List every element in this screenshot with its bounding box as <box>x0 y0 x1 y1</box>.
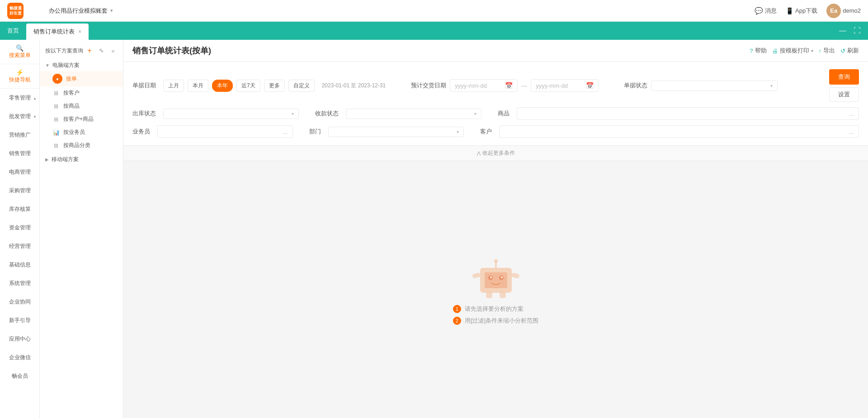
message-btn[interactable]: 💬 消息 <box>755 7 777 15</box>
scheme-by-category-label: 按商品分类 <box>63 142 90 149</box>
svg-rect-9 <box>511 272 520 279</box>
app-download-btn[interactable]: 📱 App下载 <box>786 7 817 15</box>
date-button-group: 上月 本月 本年 近7天 更多 自定义 <box>163 80 315 92</box>
left-panel: 按以下方案查询 + ✎ « ▼ 电脑端方案 ● 按单 ⊞ 按客户 <box>40 40 123 418</box>
date-last7-btn[interactable]: 近7天 <box>236 80 260 92</box>
date-prev-month-btn[interactable]: 上月 <box>163 80 184 92</box>
refresh-btn[interactable]: ↺ 刷新 <box>840 47 859 55</box>
pc-schemes-section: ▼ 电脑端方案 ● 按单 ⊞ 按客户 ⊞ 按商品 ⊞ <box>40 60 123 152</box>
sidebar-item-system[interactable]: 系统管理 <box>0 274 39 293</box>
sidebar-quick-nav-label: 快捷导航 <box>9 76 31 83</box>
hint-2-num: 2 <box>453 317 461 325</box>
tab-minimize-btn[interactable]: — <box>837 25 848 37</box>
salesperson-input[interactable]: ... <box>157 125 293 138</box>
date-to-placeholder: yyyy-mm-dd <box>536 82 586 89</box>
sidebar-item-member[interactable]: 畅会员 <box>0 367 39 385</box>
app-title: 办公用品行业模拟账套 <box>49 7 108 15</box>
date-this-month-btn[interactable]: 本月 <box>188 80 208 92</box>
export-btn[interactable]: ↑ 导出 <box>819 47 835 55</box>
scheme-by-order-label: 按单 <box>66 75 77 83</box>
date-more-btn[interactable]: 更多 <box>264 80 285 92</box>
sidebar-item-retail[interactable]: 零售管理 <box>0 89 39 107</box>
help-btn[interactable]: ? 帮助 <box>750 47 766 55</box>
edit-scheme-btn[interactable]: ✎ <box>97 46 106 55</box>
scheme-by-customer[interactable]: ⊞ 按客户 <box>40 86 123 100</box>
settings-btn[interactable]: 设置 <box>829 87 859 102</box>
sidebar-item-finance[interactable]: 资金管理 <box>0 218 39 237</box>
pc-section-title[interactable]: ▼ 电脑端方案 <box>40 60 123 71</box>
sidebar-item-wechat[interactable]: 企业微信 <box>0 348 39 367</box>
tab-sales-order[interactable]: 销售订单统计表 × <box>26 24 89 40</box>
order-status-arrow-icon: ▾ <box>770 83 773 88</box>
svg-point-5 <box>501 276 503 278</box>
scheme-by-salesperson-icon: 📊 <box>52 129 60 136</box>
sidebar-item-purchase[interactable]: 采购管理 <box>0 181 39 200</box>
scheme-by-order-icon: ● <box>56 76 59 81</box>
user-profile[interactable]: Ea demo2 <box>826 4 861 18</box>
ship-status-label: 出库状态 <box>132 109 156 118</box>
sidebar-item-ecommerce[interactable]: 电商管理 <box>0 163 39 181</box>
scheme-by-customer-icon: ⊞ <box>52 90 60 97</box>
sidebar-item-system-label: 系统管理 <box>9 280 31 287</box>
department-label: 部门 <box>309 128 321 136</box>
customer-dots-icon[interactable]: ... <box>849 128 854 135</box>
sidebar-item-apps[interactable]: 应用中心 <box>0 330 39 348</box>
top-right: 💬 消息 📱 App下载 Ea demo2 <box>755 4 861 18</box>
scheme-by-customer-product[interactable]: ⊞ 按客户+商品 <box>40 113 123 126</box>
scheme-by-customer-product-label: 按客户+商品 <box>63 115 94 123</box>
sidebar-item-finance-label: 资金管理 <box>9 224 31 232</box>
customer-input[interactable]: ... <box>499 125 859 138</box>
product-dots-icon[interactable]: ... <box>849 110 854 117</box>
sidebar-item-marketing[interactable]: 营销推广 <box>0 126 39 144</box>
product-input[interactable]: ... <box>517 107 859 120</box>
tab-actions: — ⛶ <box>837 25 868 37</box>
salesperson-dots-icon[interactable]: ... <box>283 128 288 135</box>
department-select[interactable]: ▾ <box>328 127 464 137</box>
sidebar: 🔍 搜索菜单 ⚡ 快捷导航 零售管理 批发管理 营销推广 销售管理 电商管理 采… <box>0 40 40 418</box>
sidebar-item-newbie[interactable]: 新手引导 <box>0 311 39 330</box>
customer-label: 客户 <box>480 128 492 136</box>
tab-home[interactable]: 首页 <box>0 22 26 40</box>
scheme-by-category[interactable]: ⊞ 按商品分类 <box>40 139 123 152</box>
sidebar-item-basic-label: 基础信息 <box>9 261 31 269</box>
top-bar: 畅捷通 好生意 办公用品行业模拟账套 ▾ 💬 消息 📱 App下载 Ea dem… <box>0 0 868 22</box>
app-selector[interactable]: 办公用品行业模拟账套 ▾ <box>49 7 113 15</box>
tab-close-icon[interactable]: × <box>78 28 81 35</box>
date-label: 单据日期 <box>132 81 156 90</box>
collapse-panel-btn[interactable]: « <box>108 46 118 55</box>
scheme-by-product[interactable]: ⊞ 按商品 <box>40 100 123 113</box>
mobile-section-title[interactable]: ▶ 移动端方案 <box>40 154 123 165</box>
order-status-select[interactable]: ▾ <box>651 81 778 91</box>
help-icon: ? <box>750 48 753 54</box>
sidebar-item-basic[interactable]: 基础信息 <box>0 256 39 274</box>
scheme-by-order[interactable]: ● 按单 <box>40 71 123 86</box>
collapse-bar[interactable]: ⋀ 收起更多条件 <box>123 146 868 161</box>
sidebar-item-inventory[interactable]: 库存核算 <box>0 200 39 218</box>
sidebar-item-wholesale[interactable]: 批发管理 <box>0 107 39 126</box>
sidebar-item-sales[interactable]: 销售管理 <box>0 144 39 163</box>
avatar: Ea <box>826 4 841 18</box>
sidebar-search[interactable]: 🔍 搜索菜单 <box>0 40 39 64</box>
help-label: 帮助 <box>755 47 767 55</box>
export-label: 导出 <box>823 47 835 55</box>
sidebar-quick-nav[interactable]: ⚡ 快捷导航 <box>0 64 39 89</box>
date-this-year-btn[interactable]: 本年 <box>212 80 233 92</box>
payment-status-select[interactable]: ▾ <box>346 109 481 119</box>
date-from-input[interactable]: yyyy-mm-dd 📅 <box>450 79 518 92</box>
sidebar-item-enterprise[interactable]: 企业协同 <box>0 293 39 311</box>
filter-action-buttons: 查询 设置 <box>829 69 859 102</box>
query-btn[interactable]: 查询 <box>829 69 859 85</box>
main-layout: 🔍 搜索菜单 ⚡ 快捷导航 零售管理 批发管理 营销推广 销售管理 电商管理 采… <box>0 40 868 418</box>
date-to-input[interactable]: yyyy-mm-dd 📅 <box>531 79 599 92</box>
sidebar-item-ops[interactable]: 经营管理 <box>0 237 39 256</box>
ship-status-select[interactable]: ▾ <box>163 109 299 119</box>
mobile-section-arrow: ▶ <box>45 157 49 162</box>
scheme-by-salesperson[interactable]: 📊 按业务员 <box>40 126 123 139</box>
mobile-section-label: 移动端方案 <box>52 156 79 163</box>
svg-point-7 <box>494 259 498 263</box>
tab-maximize-btn[interactable]: ⛶ <box>852 25 863 37</box>
template-print-btn[interactable]: 🖨 按模板打印 ▾ <box>772 47 813 55</box>
date-custom-btn[interactable]: 自定义 <box>288 80 315 92</box>
date-from-placeholder: yyyy-mm-dd <box>455 82 505 89</box>
add-scheme-btn[interactable]: + <box>85 46 94 55</box>
